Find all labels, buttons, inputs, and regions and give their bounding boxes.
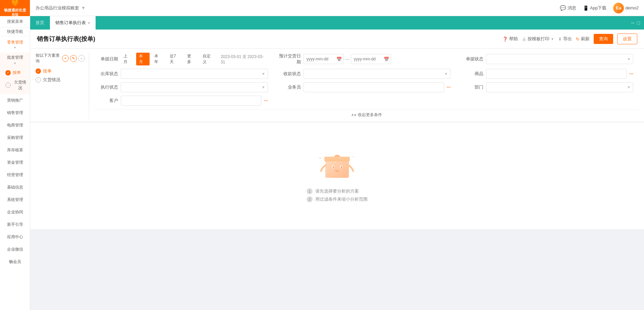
sidebar-item-apps[interactable]: 应用中心: [0, 231, 30, 243]
sidebar-subitem-欠货[interactable]: ○ 欠货情况: [0, 78, 30, 93]
sidebar-item-system-label: 系统管理: [7, 197, 23, 203]
logo-subtext: 标版: [12, 12, 18, 17]
sidebar-item-inventory[interactable]: 库存核算: [0, 144, 30, 156]
header-dropdown-icon[interactable]: ▼: [81, 5, 86, 10]
date-more-btn[interactable]: 更多: [184, 53, 198, 65]
print-icon: 🖨: [522, 37, 526, 42]
sidebar-item-sales[interactable]: 销售管理: [0, 107, 30, 119]
outbound-select[interactable]: [121, 69, 268, 79]
goods-more-icon[interactable]: ···: [629, 71, 633, 76]
svg-rect-0: [325, 159, 349, 178]
goods-input[interactable]: [486, 69, 627, 79]
sidebar-subitem-按单[interactable]: ✓ 按单: [0, 68, 30, 78]
sidebar-item-wechat[interactable]: 企业微信: [0, 243, 30, 256]
scheme-item-欠货[interactable]: ○ 欠货情况: [36, 75, 85, 84]
app-download-action[interactable]: 📱 App下载: [583, 5, 606, 11]
collapse-bar[interactable]: ∧∧ 收起更多条件: [95, 109, 639, 119]
filter-sidebar: 按以下方案查询 + ✎ « ✓ 按单 ○ 欠货情况: [36, 53, 89, 119]
sidebar-item-purchase[interactable]: 采购管理: [0, 132, 30, 144]
empty-tip-1: 1 请先选择要分析的方案: [307, 188, 368, 194]
tab-sales-order[interactable]: 销售订单执行表 ×: [50, 16, 96, 30]
date-last7-btn[interactable]: 近7天: [167, 53, 183, 65]
settings-button[interactable]: 设置: [617, 34, 637, 44]
help-button[interactable]: ❓ 帮助: [502, 36, 518, 42]
circle-active-icon: ✓: [5, 70, 11, 75]
dept-select[interactable]: [486, 82, 633, 92]
filter-col-status: 单据状态 ▼: [460, 54, 639, 64]
tab-close-icon[interactable]: ×: [88, 21, 90, 25]
window-controls: ─ □: [627, 16, 644, 30]
sidebar-item-basic-label: 基础信息: [7, 185, 23, 190]
avatar: Ea: [613, 3, 624, 13]
page-actions: ❓ 帮助 🖨 按模板打印 ▼ ⬇ 导出 ↻ 刷新 查询: [502, 34, 637, 44]
sidebar-item-member[interactable]: 畅会员: [0, 256, 30, 268]
date-this-year-btn[interactable]: 本年: [152, 53, 165, 65]
exec-select[interactable]: [121, 82, 268, 92]
add-scheme-button[interactable]: +: [62, 55, 69, 62]
date-this-month-btn[interactable]: 本月: [136, 53, 150, 65]
collapse-scheme-button[interactable]: «: [78, 55, 85, 62]
msg-icon: 💬: [560, 5, 566, 11]
svg-text:✦: ✦: [350, 163, 352, 165]
delivery-end-input[interactable]: [351, 54, 391, 64]
shortcut-nav[interactable]: 快捷导航: [0, 28, 30, 36]
empty-tip-1-text: 请先选择要分析的方案: [315, 188, 359, 194]
delivery-start-input[interactable]: [304, 54, 344, 64]
delivery-end-wrapper: 📅: [351, 54, 391, 64]
salesman-input[interactable]: [304, 82, 444, 92]
tip-num-1: 1: [307, 188, 313, 194]
export-label: 导出: [563, 36, 572, 42]
filter-col-payment: 收款状态 ▼: [277, 69, 456, 79]
refresh-button[interactable]: ↻ 刷新: [576, 36, 590, 42]
window-minimize-icon[interactable]: ─: [631, 20, 635, 25]
empty-tips: 1 请先选择要分析的方案 2 用过滤条件来缩小分析范围: [307, 188, 368, 202]
sidebar-item-newbie-label: 新手引导: [7, 222, 23, 227]
date-custom-btn[interactable]: 自定义: [200, 53, 217, 65]
app-logo[interactable]: 🧡 畅捷通好生意 标版: [0, 0, 30, 16]
filter-col-delivery: 预计交货日期 📅 — 📅: [277, 53, 456, 65]
window-maximize-icon[interactable]: □: [637, 20, 640, 25]
logo-icon: 🧡: [11, 0, 19, 7]
filter-row-1: 单据日期 上月 本月 本年 近7天 更多 自定义 2023-03-01 至 20…: [95, 53, 639, 65]
sidebar-item-newbie[interactable]: 新手引导: [0, 218, 30, 231]
customer-more-icon[interactable]: ···: [264, 98, 268, 103]
delivery-label: 预计交货日期: [277, 53, 301, 65]
filter-col-dept: 部门 ▼: [460, 82, 639, 92]
export-button[interactable]: ⬇ 导出: [558, 36, 572, 42]
sidebar-item-retail[interactable]: 零售管理 ▼: [0, 36, 30, 53]
header-title: 办公用品行业模拟账套 ▼: [36, 5, 556, 11]
app-download-label: App下载: [590, 5, 606, 11]
customer-input[interactable]: [121, 96, 261, 106]
query-label: 查询: [599, 36, 608, 42]
sidebar-item-wholesale[interactable]: 批发管理 ▲ ✓ 按单 ○ 欠货情况: [0, 53, 30, 94]
print-button[interactable]: 🖨 按模板打印 ▼: [522, 36, 554, 42]
sidebar-item-finance[interactable]: 资金管理: [0, 156, 30, 169]
sidebar-item-operations[interactable]: 经营管理: [0, 169, 30, 181]
scheme-item-按单[interactable]: ✓ 按单: [36, 67, 85, 75]
payment-select[interactable]: [304, 69, 451, 79]
msg-action[interactable]: 💬 消息: [560, 5, 576, 11]
sidebar-item-marketing[interactable]: 营销推广: [0, 94, 30, 107]
svg-text:✦: ✦: [352, 155, 355, 158]
dept-label: 部门: [460, 84, 483, 90]
sidebar-item-basic[interactable]: 基础信息: [0, 181, 30, 194]
edit-scheme-button[interactable]: ✎: [70, 55, 77, 62]
search-menu[interactable]: 搜索菜单: [0, 16, 30, 28]
tip-num-2: 2: [307, 196, 313, 202]
exec-select-wrapper: ▼: [121, 82, 268, 92]
salesman-more-icon[interactable]: ···: [447, 85, 451, 90]
user-profile[interactable]: Ea demo2: [613, 3, 639, 13]
tab-home[interactable]: 首页: [30, 16, 50, 30]
sidebar-item-enterprise-label: 企业协同: [7, 209, 23, 215]
status-select[interactable]: [486, 54, 633, 64]
filter-main: 单据日期 上月 本月 本年 近7天 更多 自定义 2023-03-01 至 20…: [89, 53, 639, 119]
date-last-month-btn[interactable]: 上月: [121, 53, 134, 65]
payment-label: 收款状态: [277, 71, 301, 77]
sidebar-item-ecommerce[interactable]: 电商管理: [0, 119, 30, 132]
subitem-欠货-label: 欠货情况: [13, 80, 27, 91]
svg-point-4: [333, 166, 334, 168]
scheme-item-欠货-label: 欠货情况: [43, 77, 60, 83]
query-button[interactable]: 查询: [594, 34, 613, 44]
sidebar-item-system[interactable]: 系统管理: [0, 194, 30, 206]
sidebar-item-enterprise[interactable]: 企业协同: [0, 206, 30, 218]
